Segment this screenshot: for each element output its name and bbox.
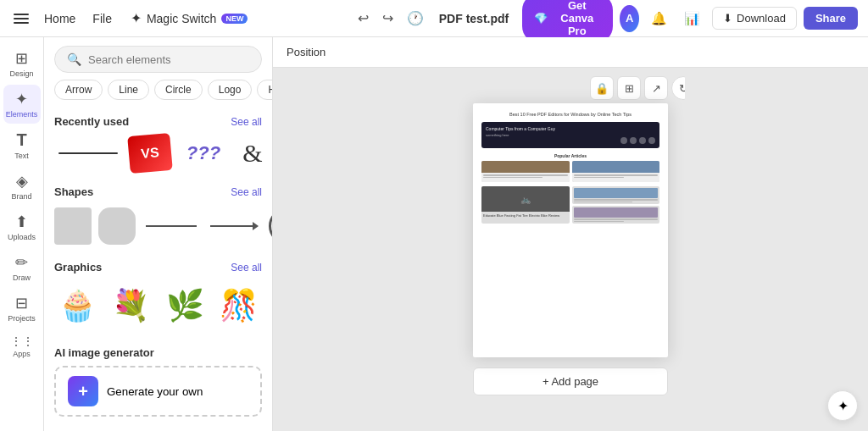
topbar-left: Home File ✦ Magic Switch NEW — [10, 7, 346, 30]
brand-label: Brand — [11, 192, 31, 201]
filter-tag-arrow[interactable]: Arrow — [54, 80, 103, 100]
file-link[interactable]: File — [87, 8, 117, 29]
canvas-page[interactable]: Best 10 Free PDF Editors for Windows by … — [473, 103, 668, 357]
graphic-item-4[interactable]: 🎊 — [215, 280, 262, 331]
sidebar-item-uploads[interactable]: ⬆ Uploads — [3, 207, 41, 246]
add-page-button[interactable]: + Add page — [473, 367, 668, 395]
recently-item-ampersand[interactable]: & — [236, 135, 270, 172]
graphics-section: Graphics See all 🧁 💐 🌿 🎊 — [44, 254, 272, 338]
filter-tag-heart[interactable]: Hea > — [257, 80, 272, 100]
filter-tag-logo[interactable]: Logo — [208, 80, 253, 100]
shape-rounded-rect[interactable] — [98, 207, 136, 245]
shapes-see-all[interactable]: See all — [231, 186, 262, 198]
clock-button[interactable]: 🕐 — [402, 7, 429, 30]
recently-item-questionmarks[interactable]: ??? — [178, 135, 229, 172]
shapes-row: › — [54, 205, 262, 247]
elements-panel: 🔍 Arrow Line Circle Logo Hea > Recently … — [44, 37, 273, 431]
search-bar: 🔍 — [54, 46, 262, 73]
sidebar-item-text[interactable]: T Text — [3, 125, 41, 165]
featured-card: 🚲 Educate Blue Fasting Fat Tire Electric… — [481, 186, 659, 224]
magic-switch-button[interactable]: ✦ Magic Switch NEW — [124, 7, 254, 30]
recently-item-line[interactable] — [54, 136, 122, 170]
avatar-initials: A — [626, 12, 633, 25]
canva-pro-icon: 💎 — [534, 12, 548, 25]
search-bar-wrapper: 🔍 — [44, 37, 272, 80]
search-icon: 🔍 — [67, 52, 81, 66]
graphic-item-1[interactable]: 🧁 — [54, 280, 101, 331]
undo-button[interactable]: ↩ — [353, 7, 374, 30]
uploads-icon: ⬆ — [15, 213, 28, 231]
home-link[interactable]: Home — [39, 8, 81, 29]
shape-line[interactable] — [142, 208, 200, 244]
mini-article-2 — [572, 206, 660, 224]
brand-icon: ◈ — [16, 172, 28, 191]
canvas-toolbar: 🔒 ⊞ ↗ — [590, 76, 668, 100]
page-banner-icons — [486, 137, 655, 144]
canvas-lock-button[interactable]: 🔒 — [590, 76, 614, 100]
download-icon: ⬇ — [723, 12, 732, 25]
elements-icon: ✦ — [15, 90, 28, 108]
featured-title: Educate Blue Fasting Fat Tire Electric B… — [481, 212, 570, 219]
download-button[interactable]: ⬇ Download — [712, 7, 797, 30]
apps-label: Apps — [13, 350, 31, 358]
sidebar-item-design[interactable]: ⊞ Design — [3, 44, 41, 83]
popular-title: Popular Articles — [481, 153, 659, 158]
recently-used-see-all[interactable]: See all — [231, 116, 262, 128]
vs-badge: VS — [127, 133, 173, 174]
ampersand-symbol: & — [242, 139, 262, 168]
search-input[interactable] — [88, 53, 249, 66]
menu-button[interactable] — [10, 10, 32, 27]
shape-square[interactable] — [54, 207, 92, 245]
filter-tag-line[interactable]: Line — [108, 80, 149, 100]
share-button[interactable]: Share — [804, 7, 858, 30]
canva-pro-label: Get Canva Pro — [553, 0, 601, 37]
elements-label: Elements — [6, 110, 38, 119]
filter-tags: Arrow Line Circle Logo Hea > — [44, 80, 272, 108]
filter-tag-circle[interactable]: Circle — [154, 80, 203, 100]
topbar: Home File ✦ Magic Switch NEW ↩ ↪ 🕐 PDF t… — [0, 0, 868, 37]
ai-generate-label: Generate your own — [107, 385, 203, 398]
article-card-1 — [481, 161, 570, 182]
graphics-header: Graphics See all — [54, 261, 262, 274]
uploads-label: Uploads — [8, 233, 36, 241]
sidebar-item-elements[interactable]: ✦ Elements — [3, 85, 41, 124]
canva-assist-icon: ✦ — [837, 398, 849, 414]
shape-arrow[interactable] — [207, 205, 262, 247]
canva-assist-button[interactable]: ✦ — [827, 390, 858, 421]
graphics-title: Graphics — [54, 261, 102, 274]
sidebar-item-brand[interactable]: ◈ Brand — [3, 167, 41, 206]
ai-generate-button[interactable]: + Generate your own — [54, 366, 262, 417]
sidebar-item-apps[interactable]: ⋮⋮ Apps — [3, 329, 41, 363]
canvas-grid-button[interactable]: ⊞ — [617, 76, 641, 100]
page-content: Best 10 Free PDF Editors for Windows by … — [473, 103, 668, 232]
sidebar-item-draw[interactable]: ✏ Draw — [3, 248, 41, 287]
ai-plus-icon: + — [68, 376, 98, 406]
magic-switch-label: Magic Switch — [147, 12, 216, 25]
graphics-see-all[interactable]: See all — [231, 262, 262, 274]
graphic-item-2[interactable]: 💐 — [108, 280, 154, 331]
shapes-title: Shapes — [54, 185, 93, 198]
design-icon: ⊞ — [15, 49, 28, 68]
canvas-area: Position 🔒 ⊞ ↗ ↻ Best 10 Free PDF Editor… — [273, 37, 868, 431]
recently-used-header: Recently used See all — [54, 115, 262, 128]
document-title[interactable]: PDF test.pdf — [432, 8, 515, 29]
new-badge: NEW — [221, 14, 248, 24]
analytics-button[interactable]: 📊 — [679, 8, 705, 30]
apps-icon: ⋮⋮ — [10, 334, 34, 348]
recently-item-vs[interactable]: VS — [129, 135, 171, 172]
recently-used-section: Recently used See all VS ??? & — [44, 108, 272, 179]
redo-button[interactable]: ↪ — [377, 7, 398, 30]
bell-button[interactable]: 🔔 — [646, 8, 672, 30]
canvas-page-wrapper: 🔒 ⊞ ↗ ↻ Best 10 Free PDF Editors for Win… — [473, 103, 668, 357]
article-card-2 — [572, 161, 660, 182]
canvas-share-button[interactable]: ↗ — [644, 76, 668, 100]
graphic-item-3[interactable]: 🌿 — [162, 280, 209, 331]
text-icon: T — [16, 130, 26, 150]
page-banner-title: Computer Tips from a Computer Guy — [486, 126, 655, 131]
featured-left: 🚲 Educate Blue Fasting Fat Tire Electric… — [481, 186, 570, 224]
arrow-shape — [210, 222, 259, 230]
mini-article-1 — [572, 186, 660, 204]
canvas-refresh-button[interactable]: ↻ — [671, 76, 685, 100]
avatar-button[interactable]: A — [620, 5, 639, 32]
sidebar-item-projects[interactable]: ⊟ Projects — [3, 289, 41, 328]
